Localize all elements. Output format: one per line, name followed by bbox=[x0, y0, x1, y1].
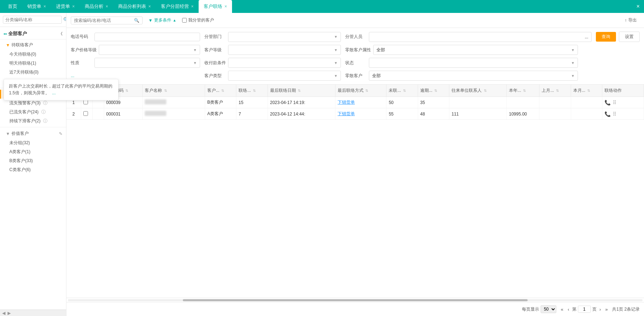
row-2-last-contact-method: 下销货单 bbox=[335, 108, 386, 120]
data-table: ⚙ 客户编码 ⇅ 客户名称 ⇅ 客户... ⇅ bbox=[66, 85, 644, 120]
table-row: 2 000031 A类客户 7 2023-04-12 14:44: bbox=[66, 108, 644, 120]
pending-contact-group-title[interactable]: ▼ 待联络客户 bbox=[0, 40, 66, 50]
search-input[interactable] bbox=[74, 18, 133, 23]
sidebar-item-ungrouped[interactable]: 未分组(32) bbox=[0, 138, 66, 147]
more-filter-button[interactable]: ▼ 更多条件 ▲ bbox=[145, 16, 179, 25]
dept-select[interactable]: ▼ bbox=[228, 32, 341, 42]
row-1-contact-method-link[interactable]: 下销货单 bbox=[338, 100, 355, 105]
this-year-sort-icon[interactable]: ⇅ bbox=[523, 89, 526, 93]
row-2-more-icon[interactable]: ⠿ bbox=[613, 111, 616, 117]
last-page-button[interactable]: » bbox=[604, 306, 609, 313]
nav-item-home[interactable]: 首页 bbox=[3, 0, 22, 13]
my-customers-checkbox-label[interactable]: 我分管的客户 bbox=[182, 17, 214, 23]
pending-sort-icon[interactable]: ⇅ bbox=[403, 89, 406, 93]
next-page-button[interactable]: › bbox=[598, 306, 602, 313]
retail-customer-label: 零散客户 bbox=[345, 73, 367, 79]
sidebar-search-area: 🔍 bbox=[0, 13, 66, 27]
retail-attr-select[interactable]: 全部 ▼ bbox=[373, 45, 578, 55]
row-1-more-icon[interactable]: ⠿ bbox=[613, 100, 616, 105]
per-page-select[interactable]: 50 bbox=[541, 305, 556, 313]
row-2-checkbox[interactable] bbox=[83, 111, 88, 116]
nav-item-customer-contact[interactable]: 客户联络 × bbox=[199, 0, 232, 13]
row-2-contact-method-link[interactable]: 下销货单 bbox=[338, 111, 355, 116]
prev-page-button[interactable]: ‹ bbox=[566, 306, 570, 313]
sidebar-item-class-c[interactable]: C类客户(6) bbox=[0, 165, 66, 174]
contact-person-sort-icon[interactable]: ⇅ bbox=[484, 89, 487, 93]
value-group-edit-icon[interactable]: ✎ bbox=[59, 131, 62, 136]
nav-label-customer-tier: 客户分层经营 bbox=[161, 3, 189, 10]
type-sort-icon[interactable]: ⇅ bbox=[221, 89, 224, 93]
payment-select[interactable]: ▼ bbox=[228, 58, 341, 68]
manager-select[interactable]: ... bbox=[369, 32, 592, 42]
close-purchase-icon[interactable]: × bbox=[72, 4, 75, 9]
close-sales-icon[interactable]: × bbox=[43, 4, 46, 9]
sidebar-item-class-b[interactable]: B类客户(33) bbox=[0, 156, 66, 165]
page-number-input[interactable] bbox=[578, 306, 591, 313]
first-page-button[interactable]: « bbox=[559, 306, 565, 313]
col-contact: 联络... ⇅ bbox=[236, 85, 268, 97]
phone-input[interactable] bbox=[94, 33, 200, 41]
more-icon[interactable]: ... bbox=[71, 73, 74, 78]
retail-customer-select[interactable]: 全部 ▼ bbox=[369, 71, 578, 81]
tooltip-text: 距客户上次交易时长，超过了此客户的平均交易周期的1.5倍，则视为异常。 bbox=[66, 84, 112, 95]
customer-type-select[interactable]: ▼ bbox=[228, 71, 341, 81]
sidebar-item-today-pending[interactable]: 今天待联络(0) bbox=[0, 50, 66, 59]
repurchase-tooltip: 距客户上次交易时长，超过了此客户的平均交易周期的1.5倍，则视为异常。 bbox=[66, 79, 119, 100]
scrollbar-thumb[interactable] bbox=[183, 299, 528, 301]
total-records-label: 共1页 2条记录 bbox=[612, 306, 640, 312]
category-search-button[interactable]: 🔍 bbox=[63, 17, 66, 23]
nav-item-customer-tier[interactable]: 客户分层经营 × bbox=[156, 0, 199, 13]
row-2-seq: 2 bbox=[66, 108, 81, 120]
close-customer-contact-icon[interactable]: × bbox=[224, 4, 227, 9]
price-level-select[interactable]: ▼ bbox=[99, 45, 200, 55]
row-1-phone-icon[interactable]: 📞 bbox=[604, 100, 611, 105]
export-button[interactable]: ↑ 导出 bbox=[622, 16, 640, 25]
name-sort-icon[interactable]: ⇅ bbox=[164, 89, 167, 93]
today-pending-label: 今天待联络(0) bbox=[9, 52, 36, 57]
this-month-sort-icon[interactable]: ⇅ bbox=[587, 89, 590, 93]
last-contact-method-sort-icon[interactable]: ⇅ bbox=[365, 89, 368, 93]
sidebar-item-week-pending[interactable]: 近7天待联络(0) bbox=[0, 68, 66, 77]
nav-item-purchase[interactable]: 进货单 × bbox=[51, 0, 80, 13]
last-month-sort-icon[interactable]: ⇅ bbox=[556, 89, 559, 93]
customer-level-arrow-icon: ▼ bbox=[334, 48, 338, 52]
sidebar-all-customers-header[interactable]: ▪▪ 全部客户 《 bbox=[0, 28, 66, 39]
close-all-tabs-icon[interactable]: × bbox=[636, 3, 640, 10]
close-customer-tier-icon[interactable]: × bbox=[191, 4, 194, 9]
last-contact-date-sort-icon[interactable]: ⇅ bbox=[298, 89, 301, 93]
nav-item-analysis[interactable]: 商品分析 × bbox=[80, 0, 113, 13]
code-sort-icon[interactable]: ⇅ bbox=[125, 89, 128, 93]
top-navigation: 首页 销货单 × 进货单 × 商品分析 × 商品分析列表 × 客户分层经营 × … bbox=[0, 0, 644, 13]
row-1-type: B类客户 bbox=[205, 97, 236, 108]
settings-button[interactable]: 设置 bbox=[619, 32, 640, 42]
sidebar-item-declining[interactable]: 持续下滑客户(2) ⓘ bbox=[0, 117, 66, 126]
filter-row-2: 客户价格等级 ▼ 客户等级 ▼ 零散客户属性 全部 bbox=[71, 45, 640, 55]
row-2-phone-icon[interactable]: 📞 bbox=[604, 111, 611, 117]
overdue-sort-icon[interactable]: ⇅ bbox=[434, 89, 437, 93]
value-group-label: 价值客户 bbox=[11, 131, 29, 137]
sidebar-scroll-left-icon[interactable]: ◀ bbox=[1, 311, 6, 316]
horizontal-scrollbar[interactable] bbox=[66, 298, 644, 302]
nav-item-analysis-list[interactable]: 商品分析列表 × bbox=[113, 0, 156, 13]
nav-item-sales[interactable]: 销货单 × bbox=[22, 0, 51, 13]
sidebar-collapse-icon[interactable]: 《 bbox=[59, 31, 62, 37]
customer-level-select[interactable]: ▼ bbox=[228, 45, 341, 55]
query-button[interactable]: 查询 bbox=[596, 32, 616, 42]
churn-warning-icon: ⓘ bbox=[43, 100, 47, 105]
nav-label-sales: 销货单 bbox=[27, 3, 41, 10]
filter-row-3: 性质 ▼ 收付款条件 ▼ 状态 bbox=[71, 58, 640, 68]
page-navigation: « ‹ 第 页 › » bbox=[559, 306, 609, 313]
contact-sort-icon[interactable]: ⇅ bbox=[253, 89, 256, 93]
status-select[interactable]: ▼ bbox=[369, 58, 578, 68]
main-layout: 🔍 ▪▪ 全部客户 《 ▼ 待联络客户 今天待联络(0) 明天待联络(1) bbox=[0, 13, 644, 316]
sidebar-item-class-a[interactable]: A类客户(1) bbox=[0, 147, 66, 156]
sidebar-item-tomorrow-pending[interactable]: 明天待联络(1) bbox=[0, 59, 66, 68]
sidebar-scroll-right-icon[interactable]: ▶ bbox=[7, 311, 11, 316]
sidebar-item-churned[interactable]: 已流失客户(24) ⓘ bbox=[0, 108, 66, 117]
close-analysis-list-icon[interactable]: × bbox=[148, 4, 151, 9]
category-search-input[interactable] bbox=[3, 16, 62, 24]
gender-select[interactable]: ▼ bbox=[94, 58, 200, 68]
my-customers-checkbox[interactable] bbox=[182, 18, 187, 23]
value-customer-section-title[interactable]: ▼ 价值客户 ✎ bbox=[0, 129, 66, 138]
close-analysis-icon[interactable]: × bbox=[106, 4, 108, 9]
